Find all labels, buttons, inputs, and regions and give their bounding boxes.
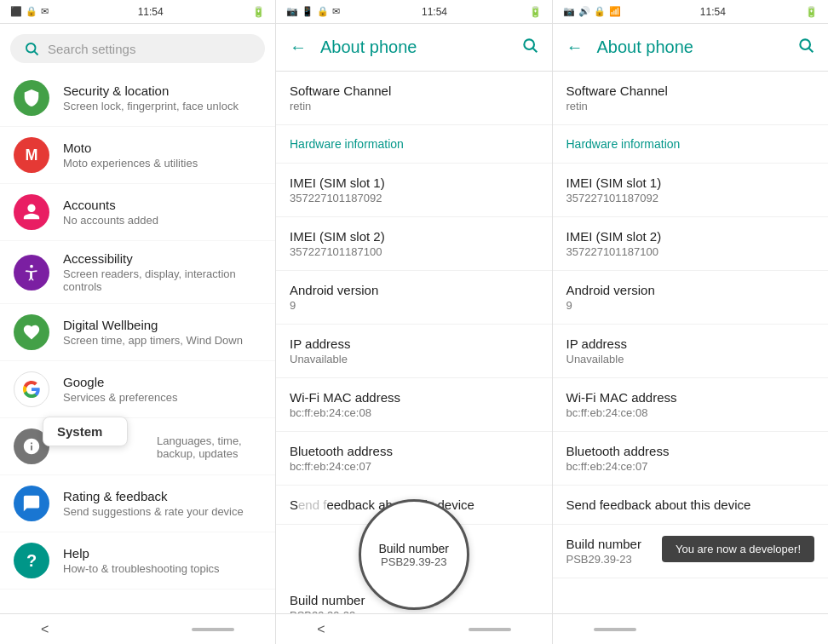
battery-icon-left: 🔋 xyxy=(252,6,265,18)
mid-imei2-value: 357227101187100 xyxy=(290,245,538,258)
battery-icon-right: 🔋 xyxy=(805,6,818,18)
right-about-title: About phone xyxy=(597,37,785,57)
system-tooltip-bubble: System xyxy=(43,417,128,446)
mid-software-channel[interactable]: Software Channel retin xyxy=(276,72,552,125)
right-back-button[interactable]: ← xyxy=(566,37,584,57)
status-icons-mid: 📷 📱 🔒 ✉ xyxy=(286,6,340,17)
svg-line-1 xyxy=(34,51,37,55)
right-section: ← About phone Software Channel retin Har… xyxy=(276,24,828,613)
nav-home-mid[interactable] xyxy=(469,628,511,631)
mid-imei1[interactable]: IMEI (SIM slot 1) 357227101187092 xyxy=(276,164,552,217)
right-imei1[interactable]: IMEI (SIM slot 1) 357227101187092 xyxy=(553,164,829,217)
status-time-mid: 11:54 xyxy=(422,6,447,18)
svg-point-2 xyxy=(30,264,33,267)
status-time-left: 11:54 xyxy=(138,6,164,18)
search-bar[interactable]: Search settings xyxy=(10,34,265,63)
moto-icon: M xyxy=(14,137,49,173)
digital-wellbeing-icon xyxy=(14,314,49,350)
mid-hardware-info-header: Hardware information xyxy=(276,125,552,164)
mid-build-number[interactable]: Build number PSB29.39-23 Build number PS… xyxy=(276,533,552,613)
mid-android-version-title: Android version xyxy=(290,283,538,297)
middle-search-icon[interactable] xyxy=(521,37,538,58)
right-imei1-value: 357227101187092 xyxy=(566,192,815,204)
right-about-header: ← About phone xyxy=(553,24,829,72)
mid-bluetooth-title: Bluetooth address xyxy=(290,444,538,458)
mid-bluetooth[interactable]: Bluetooth address bc:ff:eb:24:ce:07 xyxy=(276,432,552,486)
digital-wellbeing-subtitle: Screen time, app timers, Wind Down xyxy=(63,334,262,347)
right-bluetooth[interactable]: Bluetooth address bc:ff:eb:24:ce:07 xyxy=(553,432,829,486)
nav-home-left[interactable] xyxy=(192,628,234,631)
right-ip-address-value: Unavailable xyxy=(566,353,815,365)
mid-imei2[interactable]: IMEI (SIM slot 2) 357227101187100 xyxy=(276,217,552,271)
settings-list: Security & location Screen lock, fingerp… xyxy=(0,70,275,613)
sidebar-item-security[interactable]: Security & location Screen lock, fingerp… xyxy=(0,70,275,127)
sidebar-item-accessibility[interactable]: Accessibility Screen readers, display, i… xyxy=(0,241,275,304)
mid-ip-address-value: Unavailable xyxy=(290,353,538,365)
rating-icon xyxy=(14,486,49,521)
status-icons-right: 📷 🔊 🔒 📶 xyxy=(563,6,621,17)
google-text: Google Services & preferences xyxy=(63,375,262,404)
nav-home-right[interactable] xyxy=(594,628,636,631)
right-software-channel[interactable]: Software Channel retin xyxy=(553,72,829,125)
mid-imei1-title: IMEI (SIM slot 1) xyxy=(290,175,538,190)
search-icon xyxy=(24,41,39,56)
rating-text: Rating & feedback Send suggestions & rat… xyxy=(63,489,262,518)
sidebar-item-accounts[interactable]: Accounts No accounts added xyxy=(0,184,275,241)
mid-wifi-mac[interactable]: Wi-Fi MAC address bc:ff:eb:24:ce:08 xyxy=(276,378,552,432)
accounts-subtitle: No accounts added xyxy=(63,214,262,227)
status-section-right: 📷 🔊 🔒 📶 11:54 🔋 xyxy=(553,0,828,23)
nav-back-left[interactable]: < xyxy=(41,622,49,637)
accessibility-text: Accessibility Screen readers, display, i… xyxy=(63,251,262,293)
svg-line-6 xyxy=(809,49,814,53)
mid-android-version-value: 9 xyxy=(290,299,538,312)
mid-android-version[interactable]: Android version 9 xyxy=(276,271,552,325)
right-software-channel-title: Software Channel xyxy=(566,83,815,98)
right-send-feedback-title: Send feedback about this device xyxy=(566,497,815,512)
right-android-version[interactable]: Android version 9 xyxy=(553,271,829,325)
right-imei2-title: IMEI (SIM slot 2) xyxy=(566,229,815,244)
right-ip-address-title: IP address xyxy=(566,336,815,351)
middle-panel: ← About phone Software Channel retin Har… xyxy=(276,24,553,613)
right-imei1-title: IMEI (SIM slot 1) xyxy=(566,175,815,190)
rating-title: Rating & feedback xyxy=(63,489,262,503)
nav-back-mid[interactable]: < xyxy=(317,622,325,637)
battery-icon-mid: 🔋 xyxy=(529,6,542,18)
svg-point-5 xyxy=(800,39,810,49)
sidebar-item-rating[interactable]: Rating & feedback Send suggestions & rat… xyxy=(0,475,275,532)
right-panel: ← About phone Software Channel retin Har… xyxy=(553,24,829,613)
nav-section-left: < xyxy=(0,614,276,644)
mid-ip-address-title: IP address xyxy=(290,336,538,351)
help-subtitle: How-to & troubleshooting topics xyxy=(63,562,262,575)
right-send-feedback[interactable]: Send feedback about this device xyxy=(553,486,829,525)
right-ip-address[interactable]: IP address Unavailable xyxy=(553,325,829,378)
status-icon-5: 📱 xyxy=(302,6,313,17)
nav-section-mid: < xyxy=(276,614,552,644)
mid-ip-address[interactable]: IP address Unavailable xyxy=(276,325,552,378)
status-icon-2: 🔒 xyxy=(26,6,37,17)
right-bluetooth-title: Bluetooth address xyxy=(566,444,815,458)
build-circle-value: PSB29.39-23 xyxy=(381,555,446,568)
mid-imei1-value: 357227101187092 xyxy=(290,192,538,204)
mid-hardware-info-title: Hardware information xyxy=(290,137,538,151)
sidebar-item-google[interactable]: Google Services & preferences xyxy=(0,361,275,418)
right-hardware-info-header: Hardware information xyxy=(553,125,829,164)
moto-text: Moto Moto experiences & utilities xyxy=(63,141,262,170)
right-wifi-mac[interactable]: Wi-Fi MAC address bc:ff:eb:24:ce:08 xyxy=(553,378,829,432)
status-icon-4: 📷 xyxy=(286,6,298,17)
sidebar-item-moto[interactable]: M Moto Moto experiences & utilities xyxy=(0,127,275,184)
right-android-version-title: Android version xyxy=(566,283,815,297)
sidebar-item-system[interactable]: System Languages, time, backup, updates xyxy=(0,418,275,475)
sidebar-item-help[interactable]: ? Help How-to & troubleshooting topics xyxy=(0,532,275,589)
right-search-icon[interactable] xyxy=(797,37,814,58)
svg-point-0 xyxy=(26,43,36,53)
middle-back-button[interactable]: ← xyxy=(290,37,307,57)
status-icon-10: 🔒 xyxy=(594,6,606,17)
accounts-icon xyxy=(14,194,49,230)
sidebar-item-digital-wellbeing[interactable]: Digital Wellbeing Screen time, app timer… xyxy=(0,304,275,361)
status-time-right: 11:54 xyxy=(700,6,726,18)
build-circle-title: Build number xyxy=(379,542,450,555)
right-imei2[interactable]: IMEI (SIM slot 2) 357227101187100 xyxy=(553,217,829,271)
mid-bluetooth-value: bc:ff:eb:24:ce:07 xyxy=(290,460,538,473)
mid-wifi-mac-title: Wi-Fi MAC address xyxy=(290,390,538,405)
status-icon-3: ✉ xyxy=(41,6,49,17)
